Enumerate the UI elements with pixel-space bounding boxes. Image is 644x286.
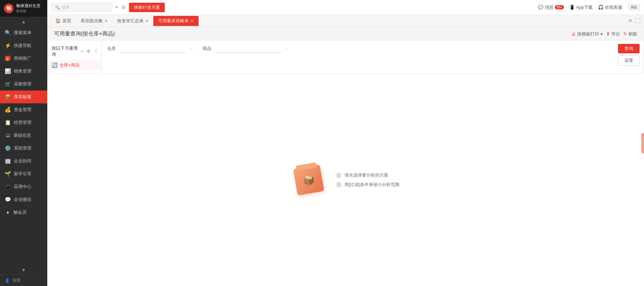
industry-btn[interactable]: 体验行业方案 [129,3,165,12]
product-more-icon[interactable]: ··· [284,46,288,51]
search-icon: 🔍 [55,5,60,10]
basic-icon: 🗂 [5,132,11,138]
topbar-app[interactable]: 📱 App下载 [569,4,593,10]
sidebar-item-search[interactable]: 🔍搜索菜单 [0,26,47,39]
empty-box-icon: 📦 [302,174,315,187]
close-available-ledger-icon[interactable]: ✕ [190,19,194,23]
filter-area: 按以下方案查询 ＋ ⊕ 《 🔄 仓库+商品 仓库 ··· [47,40,644,74]
sidebar-label-purchase: 采购管理 [14,81,31,87]
tab-batch-ledger[interactable]: 库存批次账 ✕ [76,16,112,26]
finance-icon: 💰 [5,107,11,113]
warehouse-input[interactable] [119,45,186,53]
page-header-actions: 🖨 按模板打印 ▾ ⬆ 导出 ↻ 刷新 [571,31,637,37]
sidebar-item-inventory[interactable]: 📦库存核算 [0,90,47,103]
topbar-service[interactable]: 🎧 在线客服 [598,4,622,10]
sidebar-item-vip[interactable]: ♦畅会员 [0,206,47,219]
filter-main: 仓库 ··· 商品 ··· [102,41,614,74]
add-scheme-icon[interactable]: ＋ [80,48,84,54]
product-label: 商品 [203,46,211,52]
topbar-dropdown-icon[interactable]: ▾ [115,5,118,10]
home-icon: 🏠 [55,18,61,23]
empty-box: 📦 [293,164,325,196]
filter-actions: 查询 设置 [614,41,644,74]
sidebar-bottom-label: 设置 [12,278,21,283]
refresh-icon: ↻ [623,31,627,36]
msg-icon: 💬 [538,5,543,10]
refresh-btn[interactable]: ↻ 刷新 [623,31,637,37]
sidebar-label-finance: 资金管理 [14,107,31,113]
sidebar-scroll-down[interactable]: ▼ [0,265,47,275]
filter-sidebar: 按以下方案查询 ＋ ⊕ 《 🔄 仓库+商品 [48,41,102,74]
tab-receive-summary[interactable]: 收发存汇总表 ✕ [112,16,153,26]
sidebar-bottom-user[interactable]: 👤 设置 [0,275,47,286]
sidebar-item-wechat[interactable]: 💬企业微信 [0,193,47,206]
filter-scheme-item[interactable]: 🔄 仓库+商品 [48,60,101,70]
tabs-close-icon[interactable]: ✕ [628,18,633,24]
sidebar-item-basic[interactable]: 🗂基础信息 [0,129,47,142]
phone-icon: 📱 [569,5,575,10]
sidebar-label-shortcut: 快捷导航 [14,43,31,49]
topbar-right: 💬 消息 99+ 📱 App下载 🎧 在线客服 Rit [538,4,640,11]
collapse-scheme-icon[interactable]: 《 [93,48,97,54]
empty-illustration: 📦 [292,163,326,197]
topbar-gear-icon[interactable]: ⚙ [121,4,126,10]
sidebar-nav: 🔍搜索菜单⚡快捷导航🎁营销推广📊销售管理🛒采购管理📦库存核算💰资金管理📋经营管理… [0,26,47,265]
app-logo: 畅 畅康通好生意 标准版 [0,0,47,17]
sidebar-item-system[interactable]: ⚙️系统管理 [0,142,47,155]
system-icon: ⚙️ [5,145,11,151]
filter-sidebar-header: 按以下方案查询 ＋ ⊕ 《 [48,44,101,60]
search-icon: 🔍 [5,30,11,36]
sidebar-label-enterprise: 企业协同 [14,158,31,164]
appstore-icon: 📱 [5,184,11,190]
topbar: 🔍 搜索 ▾ ⚙ 体验行业方案 💬 消息 99+ 📱 App下载 🎧 在线客服 … [47,0,644,15]
close-batch-ledger-icon[interactable]: ✕ [104,19,108,23]
sidebar-label-newbie: 新手引导 [14,171,31,177]
newbie-icon: 🌱 [5,171,11,177]
scheme-icon: 🔄 [52,62,57,68]
topbar-msg[interactable]: 💬 消息 99+ [538,4,564,10]
product-input[interactable] [214,45,282,53]
page-title: 可用量查询(按仓库+商品) [54,30,115,37]
user-icon: 👤 [5,278,10,283]
print-icon: 🖨 [571,31,576,36]
sidebar-label-wechat: 企业微信 [14,197,31,203]
sidebar-item-shortcut[interactable]: ⚡快捷导航 [0,39,47,52]
export-btn[interactable]: ⬆ 导出 [606,31,620,37]
topbar-user[interactable]: Rit [628,4,640,11]
sidebar-item-enterprise[interactable]: 🏢企业协同 [0,155,47,167]
sidebar-item-finance[interactable]: 💰资金管理 [0,103,47,116]
print-btn[interactable]: 🖨 按模板打印 ▾ [571,31,603,37]
close-receive-summary-icon[interactable]: ✕ [145,19,149,23]
sidebar-item-appstore[interactable]: 📱应用中心 [0,180,47,193]
right-scroll-handle[interactable] [641,133,644,153]
sidebar-scroll-up[interactable]: ▲ [0,17,47,26]
empty-hint-1: 1 请先选择要分析的方案 [336,172,400,178]
app-name: 畅康通好生意 标准版 [16,3,41,14]
tab-home[interactable]: 🏠 首页 [51,16,76,26]
sidebar-item-operations[interactable]: 📋经营管理 [0,116,47,129]
sidebar-item-sales[interactable]: 📊销售管理 [0,65,47,78]
export-icon: ⬆ [606,31,610,36]
query-btn[interactable]: 查询 [618,44,640,53]
tab-available-ledger[interactable]: 可用量库存账本 ✕ [153,16,199,26]
filter-sidebar-title: 按以下方案查询 [52,45,80,57]
sidebar-item-newbie[interactable]: 🌱新手引导 [0,167,47,180]
tabs-bar: 🏠 首页 库存批次账 ✕ 收发存汇总表 ✕ 可用量库存账本 ✕ ✕ ⛶ [47,15,644,27]
tabs-expand-icon[interactable]: ⛶ [635,18,641,24]
setting-btn[interactable]: 设置 [618,55,640,66]
sidebar-label-search: 搜索菜单 [14,30,31,36]
settings-scheme-icon[interactable]: ⊕ [86,48,91,54]
sidebar-item-marketing[interactable]: 🎁营销推广 [0,52,47,65]
inventory-icon: 📦 [5,94,11,100]
print-dropdown-icon[interactable]: ▾ [600,31,603,36]
wechat-icon: 💬 [5,197,11,203]
topbar-search[interactable]: 🔍 搜索 [51,3,112,12]
search-placeholder-text: 搜索 [62,4,70,10]
page-content: 可用量查询(按仓库+商品) 🖨 按模板打印 ▾ ⬆ 导出 ↻ 刷新 [47,27,644,286]
operations-icon: 📋 [5,120,11,126]
main-area: 🔍 搜索 ▾ ⚙ 体验行业方案 💬 消息 99+ 📱 App下载 🎧 在线客服 … [47,0,644,286]
sales-icon: 📊 [5,68,11,74]
warehouse-more-icon[interactable]: ··· [189,46,192,51]
sidebar-item-purchase[interactable]: 🛒采购管理 [0,78,47,90]
scheme-label: 仓库+商品 [59,62,80,68]
